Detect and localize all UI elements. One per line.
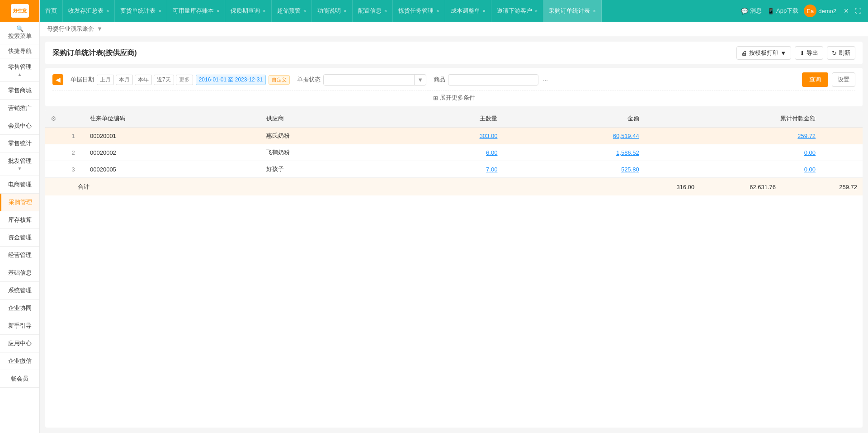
sidebar-item-label: 零售统计 bbox=[8, 139, 32, 148]
more-dates-btn[interactable]: 更多 bbox=[176, 75, 193, 85]
row-paid[interactable]: 0.00 bbox=[645, 161, 821, 178]
tab-label: 成本调整单 bbox=[451, 7, 480, 15]
sidebar-item-operations[interactable]: 经营管理 bbox=[0, 247, 39, 264]
status-input[interactable] bbox=[324, 75, 414, 85]
table-row: 3 00020005 好孩子 7.00 525.80 0.00 bbox=[45, 161, 863, 178]
custom-date-badge[interactable]: 自定义 bbox=[269, 75, 290, 85]
search-label[interactable]: 搜索菜单 bbox=[3, 32, 37, 40]
template-print-button[interactable]: 🖨 按模板打印 ▼ bbox=[736, 46, 791, 60]
tab-close-icon[interactable]: × bbox=[106, 8, 109, 14]
tab-close-icon[interactable]: × bbox=[535, 8, 538, 14]
sidebar-item-enterprise-wx[interactable]: 企业微信 bbox=[0, 352, 39, 370]
tab-home[interactable]: 首页 bbox=[40, 0, 63, 22]
this-year-btn[interactable]: 本年 bbox=[135, 75, 152, 85]
sidebar-item-label: 畅会员 bbox=[11, 375, 28, 383]
tab-overstock-warning[interactable]: 超储预警× bbox=[272, 0, 312, 22]
tab-config-info[interactable]: 配置信息× bbox=[353, 0, 393, 22]
maximize-btn[interactable]: ⛶ bbox=[854, 6, 863, 15]
export-label: 导出 bbox=[807, 49, 818, 57]
sidebar-item-system[interactable]: 系统管理 bbox=[0, 282, 39, 300]
tab-collect-summary[interactable]: 收发存汇总表× bbox=[63, 0, 115, 22]
export-button[interactable]: ⬇ 导出 bbox=[795, 46, 823, 60]
sidebar-item-marketing[interactable]: 营销推广 bbox=[0, 100, 39, 117]
sidebar-item-retail[interactable]: 零售管理 ▲ bbox=[0, 58, 39, 82]
row-quantity[interactable]: 7.00 bbox=[392, 161, 503, 178]
tab-close-icon[interactable]: × bbox=[593, 8, 595, 14]
sidebar-item-retail-shop[interactable]: 零售商城 bbox=[0, 82, 39, 100]
chevron-down-icon: ▼ bbox=[97, 25, 103, 32]
sidebar-item-label: 电商管理 bbox=[8, 181, 32, 189]
sidebar-item-inventory[interactable]: 库存核算 bbox=[0, 211, 39, 229]
product-input[interactable] bbox=[448, 74, 538, 86]
tab-picking-task[interactable]: 拣货任务管理× bbox=[393, 0, 445, 22]
tab-close-icon[interactable]: × bbox=[217, 8, 219, 14]
tab-label: 要货单统计表 bbox=[120, 7, 156, 15]
tab-purchase-summary[interactable]: 采购订单统计表× bbox=[543, 0, 601, 22]
tab-close-icon[interactable]: × bbox=[344, 8, 346, 14]
sidebar-item-member2[interactable]: 畅会员 bbox=[0, 370, 39, 388]
product-filter-label: 商品 bbox=[434, 76, 445, 84]
last-7days-btn[interactable]: 近7天 bbox=[154, 75, 174, 85]
close-tab-btn[interactable]: ✕ bbox=[842, 6, 851, 15]
sidebar-item-retail-stats[interactable]: 零售统计 bbox=[0, 135, 39, 152]
tab-available-inventory[interactable]: 可用量库存账本× bbox=[167, 0, 225, 22]
sidebar-item-member[interactable]: 会员中心 bbox=[0, 117, 39, 135]
column-settings-icon[interactable]: ⚙ bbox=[51, 115, 57, 122]
sidebar-item-newbie[interactable]: 新手引导 bbox=[0, 317, 39, 335]
expand-more-button[interactable]: ⊞ 展开更多条件 bbox=[433, 94, 475, 102]
sidebar-item-purchase[interactable]: 采购管理 bbox=[0, 194, 39, 211]
row-partner-code: 00020001 bbox=[85, 128, 261, 144]
quick-nav-label: 快捷导航 bbox=[8, 48, 32, 54]
row-paid[interactable]: 259.72 bbox=[645, 128, 821, 144]
sidebar-item-app-center[interactable]: 应用中心 bbox=[0, 335, 39, 352]
message-icon: 💬 bbox=[741, 8, 748, 14]
tab-close-icon[interactable]: × bbox=[436, 8, 439, 14]
this-month-btn[interactable]: 本月 bbox=[116, 75, 133, 85]
tab-close-icon[interactable]: × bbox=[384, 8, 387, 14]
status-dropdown-icon[interactable]: ▼ bbox=[414, 75, 426, 85]
last-month-btn[interactable]: 上月 bbox=[97, 75, 114, 85]
sidebar-search[interactable]: 🔍 搜索菜单 bbox=[0, 22, 39, 44]
tab-invite-downstream[interactable]: 邀请下游客户× bbox=[491, 0, 543, 22]
row-num: 2 bbox=[62, 144, 85, 161]
message-btn[interactable]: 💬 消息 bbox=[741, 7, 762, 15]
tab-function-desc[interactable]: 功能说明× bbox=[312, 0, 352, 22]
tab-label: 收发存汇总表 bbox=[68, 7, 104, 15]
tab-expiry-query[interactable]: 保质期查询× bbox=[225, 0, 271, 22]
sidebar-item-enterprise[interactable]: 企业协同 bbox=[0, 300, 39, 317]
filter-collapse-button[interactable]: ◀ bbox=[52, 74, 63, 85]
quick-nav[interactable]: 快捷导航 bbox=[0, 44, 39, 58]
row-num: 3 bbox=[62, 161, 85, 178]
company-bar[interactable]: 母婴行业演示账套 ▼ bbox=[40, 22, 868, 36]
sidebar-item-ecommerce[interactable]: 电商管理 bbox=[0, 176, 39, 194]
tab-close-icon[interactable]: × bbox=[483, 8, 486, 14]
sidebar-item-wholesale[interactable]: 批发管理 ▼ bbox=[0, 152, 39, 176]
refresh-button[interactable]: ↻ 刷新 bbox=[827, 46, 855, 60]
app-download-btn[interactable]: 📱 App下载 bbox=[767, 7, 798, 15]
query-button[interactable]: 查询 bbox=[802, 72, 828, 87]
row-quantity[interactable]: 303.00 bbox=[392, 128, 503, 144]
row-partner-code: 00020002 bbox=[85, 144, 261, 161]
tab-cost-adjust[interactable]: 成本调整单× bbox=[445, 0, 491, 22]
user-menu[interactable]: Ea demo2 bbox=[804, 5, 836, 17]
row-paid[interactable]: 0.00 bbox=[645, 144, 821, 161]
footer-paid: 259.72 bbox=[839, 184, 857, 190]
settings-button[interactable]: 设置 bbox=[832, 72, 855, 87]
product-more-icon[interactable]: ··· bbox=[541, 76, 550, 83]
sidebar-logo: 好生意 bbox=[0, 0, 39, 22]
window-controls: ✕ ⛶ bbox=[842, 6, 863, 15]
row-quantity[interactable]: 6.00 bbox=[392, 144, 503, 161]
row-amount[interactable]: 60,519.44 bbox=[503, 128, 644, 144]
sidebar-item-basic[interactable]: 基础信息 bbox=[0, 264, 39, 282]
row-amount[interactable]: 525.80 bbox=[503, 161, 644, 178]
tab-close-icon[interactable]: × bbox=[303, 8, 306, 14]
date-filter-label: 单据日期 bbox=[71, 76, 94, 84]
row-amount[interactable]: 1,586.52 bbox=[503, 144, 644, 161]
tab-close-icon[interactable]: × bbox=[263, 8, 265, 14]
tab-goods-summary[interactable]: 要货单统计表× bbox=[115, 0, 167, 22]
sidebar-item-label: 经营管理 bbox=[8, 251, 32, 259]
tab-close-icon[interactable]: × bbox=[158, 8, 161, 14]
sidebar-item-label: 企业微信 bbox=[8, 357, 32, 365]
sidebar-item-finance[interactable]: 资金管理 bbox=[0, 229, 39, 247]
expand-more-row: ⊞ 展开更多条件 bbox=[52, 90, 855, 102]
